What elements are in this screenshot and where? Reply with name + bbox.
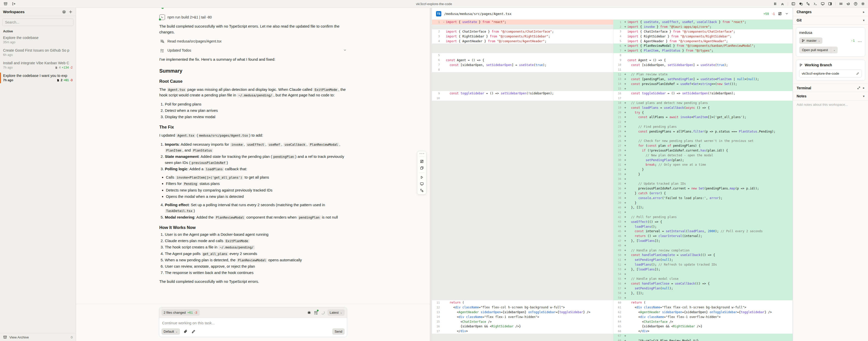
monitor-icon[interactable] [420, 182, 424, 186]
diff-row: 31+ break; // Only open one at a time [613, 162, 793, 167]
line-number: 8 [613, 54, 623, 57]
monitor-icon[interactable] [821, 2, 825, 6]
diff-sign: + [623, 139, 627, 143]
model-dropdown[interactable]: Default ⌄ [161, 328, 180, 335]
diff-row: 53+ }, [loadPlans]); [613, 267, 793, 272]
todo-list-icon[interactable] [314, 310, 318, 315]
base-branch-dropdown[interactable]: master ⌄ [799, 37, 823, 44]
diff-row: 49+ // Handle plan review completion [613, 248, 793, 253]
diff-row: 51+ setPendingPlan(null); [613, 257, 793, 262]
wrap-off-icon[interactable] [778, 12, 782, 16]
working-branch-input[interactable]: vk/3ccf-explore-the-code [799, 69, 862, 78]
plus-icon[interactable] [69, 10, 73, 14]
line-number: 17 [613, 97, 623, 100]
notes-section-header[interactable]: Notes ▾ [793, 92, 868, 100]
workspace-search[interactable]: Search... [2, 19, 73, 26]
collapse-up-icon[interactable] [780, 2, 784, 6]
diff-filler-row [432, 272, 613, 277]
diff-filler-row [432, 257, 613, 262]
panel-right-icon[interactable] [828, 2, 832, 6]
code-text: previousPlanIdsRef.current = new Set(pen… [627, 187, 759, 190]
diff-row: 32+ } [613, 167, 793, 172]
diff-row: 62 <AgentHeader sidebarOpen={sidebarOpen… [613, 310, 793, 315]
notes-input[interactable]: Add notes about this workspace... [793, 100, 868, 109]
theme-icon[interactable] [799, 2, 803, 6]
more-actions-button[interactable]: ... [858, 38, 862, 43]
chevron-right-icon: ▸ [863, 10, 864, 14]
open-pr-caret[interactable]: ⌄ [831, 46, 838, 53]
inline-code: get_all_plans [202, 252, 228, 256]
layers-icon[interactable] [62, 10, 66, 14]
panel-left-icon[interactable] [791, 2, 795, 6]
workspace-item[interactable]: Explore the codebase I want you to exp 7… [0, 71, 76, 84]
diff-filler-row [432, 243, 613, 248]
wrap-off-icon[interactable] [420, 159, 424, 163]
tool-call-label: npm run build 2>&1 | tail -80 [167, 15, 212, 19]
drag-handle-dots[interactable] [420, 153, 424, 154]
help-icon[interactable] [854, 2, 858, 6]
diff-row: 21+ const allPlans = await invoke<PlanIt… [613, 115, 793, 120]
send-button[interactable]: Send [332, 328, 344, 335]
pen-icon[interactable] [191, 329, 196, 334]
latest-dropdown[interactable]: Latest ⌄ [328, 309, 345, 316]
numbered-list: Imports: Added necessary imports for inv… [159, 142, 347, 172]
code-text: const toggleSidebar = () => setSidebarOp… [627, 92, 735, 95]
diff-old-pane: 1-import { useState } from "react";2impo… [432, 20, 613, 341]
ahead-count: 1 [853, 39, 855, 42]
changes-section-header[interactable]: Changes ▸ [793, 8, 868, 16]
line-number: 12 [432, 306, 442, 309]
diff-row: 60 return ( [613, 300, 793, 305]
line-number: 54 [613, 273, 623, 276]
git-section-header[interactable]: Git ▾ [793, 16, 868, 25]
git-graph-icon[interactable] [806, 2, 810, 6]
copy-icon[interactable] [420, 166, 424, 170]
diff-filler-row [432, 338, 613, 341]
code-text: // Update tracked plan IDs [627, 182, 686, 185]
files-changed-chip[interactable]: 2 files changed +61 -3 [161, 309, 200, 316]
megaphone-icon[interactable] [846, 2, 850, 6]
open-pr-button[interactable]: Open pull request [799, 46, 831, 53]
menu-icon[interactable] [839, 2, 843, 6]
pause-icon[interactable] [773, 2, 777, 6]
view-archive-row[interactable]: View Archive 0 [0, 333, 76, 341]
archive-icon[interactable] [4, 2, 8, 6]
tool-call-row[interactable]: Read medusa/src/pages/Agent.tsx [159, 38, 347, 44]
inline-code: PlanStatus [192, 149, 213, 153]
code-text: const [pendingPlan, setPendingPlan] = us… [627, 78, 759, 81]
base-branch-label: master [807, 39, 817, 42]
commits-ahead-badge[interactable]: ↑1 [851, 39, 855, 42]
title-bar-right-icons [773, 0, 865, 8]
message-input[interactable]: Continue working on this task... [159, 318, 347, 327]
diff-sign: + [623, 220, 627, 224]
diff-row: 11 return ( [432, 300, 613, 305]
diff-filler-row [432, 148, 613, 153]
code-text: const allPlans = await invoke<PlanItem[]… [627, 115, 746, 119]
collapse-file-icon[interactable] [785, 12, 788, 16]
workspace-item[interactable]: Explore the codebase 35m ago [0, 34, 76, 46]
diffstat-minus: -3 [194, 311, 197, 314]
tool-call-row[interactable]: Updated Todos [159, 48, 347, 53]
tool-call-row[interactable]: npm run build 2>&1 | tail -80 [159, 14, 347, 20]
floating-toolbar [417, 151, 426, 194]
play-icon[interactable] [420, 175, 424, 179]
expand-icon[interactable] [857, 86, 860, 90]
terminal-section-header[interactable]: Terminal ▸ [793, 84, 868, 92]
diff-row: 12+ // Plan review state [613, 72, 793, 77]
attach-icon[interactable] [183, 329, 188, 334]
edit-icon[interactable] [856, 72, 859, 75]
search-input[interactable]: Search... [2, 19, 73, 26]
workspace-item[interactable]: Install and integrate Vibe Kanban Web C … [0, 59, 76, 71]
line-number: 4 [432, 39, 442, 43]
diff-row: 6+import { PlanReviewModal } from "@/com… [613, 43, 793, 48]
settings-icon[interactable] [861, 2, 865, 6]
workspace-item[interactable]: Create Good First Issues on Github So p … [0, 46, 76, 59]
code-text: {sidebarOpen && <RightSidebar />} [627, 324, 702, 328]
chevron-down-icon[interactable] [343, 48, 347, 53]
git-repo-card: medusa master ⌄ ↑1 ... Open pull request… [796, 27, 865, 57]
diff-row: 8 [613, 53, 793, 58]
diff-file-header[interactable]: TS /medusa/medusa/src/pages/Agent.tsx +5… [432, 8, 793, 20]
logout-icon[interactable] [12, 2, 16, 6]
git-graph-icon[interactable] [420, 188, 424, 192]
terminal-prompt-icon[interactable] [813, 2, 817, 6]
spark-icon[interactable] [307, 311, 311, 314]
